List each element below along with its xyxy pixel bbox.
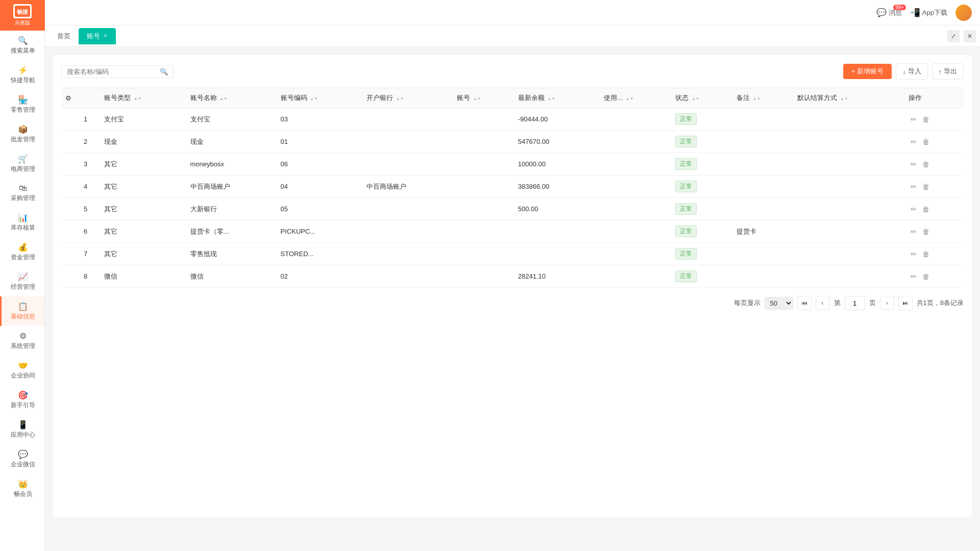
row-status: 正常 <box>671 198 732 220</box>
edit-button[interactable]: ✏ <box>909 182 919 192</box>
row-name: 微信 <box>186 265 277 288</box>
row-type: 其它 <box>100 220 186 243</box>
col-usage[interactable]: 使用... ▲▼ <box>600 88 671 108</box>
edit-button[interactable]: ✏ <box>909 159 919 169</box>
sidebar-item-ecommerce-mgmt[interactable]: 🛒 电商管理 <box>0 149 44 179</box>
sort-remark-icon[interactable]: ▲▼ <box>752 97 761 101</box>
row-remark <box>732 153 794 176</box>
row-num: 4 <box>80 176 100 198</box>
sort-code-icon[interactable]: ▲▼ <box>310 97 318 101</box>
sidebar-item-purchase-mgmt[interactable]: 🛍 采购管理 <box>0 179 44 208</box>
sidebar-item-enterprise-agreement[interactable]: 🤝 企业协同 <box>0 356 44 385</box>
delete-button[interactable]: 🗑 <box>920 159 932 169</box>
col-balance[interactable]: 最新余额 ▲▼ <box>514 88 600 108</box>
tab-maximize-button[interactable]: ⤢ <box>947 30 960 42</box>
status-badge: 正常 <box>675 270 697 282</box>
page-number-input[interactable] <box>845 296 865 310</box>
col-default-settle[interactable]: 默认结算方式 ▲▼ <box>793 88 904 108</box>
sort-type-icon[interactable]: ▲▼ <box>134 97 142 101</box>
sort-balance-icon[interactable]: ▲▼ <box>547 97 555 101</box>
row-account <box>453 131 514 153</box>
page-label: 第 <box>834 298 841 308</box>
col-bank[interactable]: 开户银行 ▲▼ <box>362 88 453 108</box>
prev-page-button[interactable]: ‹ <box>816 296 830 310</box>
tab-close-icon[interactable]: ✕ <box>103 33 108 39</box>
sidebar-item-retail-mgmt[interactable]: 🏪 零售管理 <box>0 90 44 119</box>
delete-button[interactable]: 🗑 <box>920 182 932 192</box>
sidebar-item-vip-member[interactable]: 👑 畅会员 <box>0 474 44 504</box>
delete-button[interactable]: 🗑 <box>920 249 932 259</box>
sidebar-item-basic-info[interactable]: 📋 基础信息 <box>0 296 44 326</box>
col-code[interactable]: 账号编码 ▲▼ <box>277 88 363 108</box>
next-page-button[interactable]: › <box>880 296 894 310</box>
sidebar-item-inventory[interactable]: 📊 库存核算 <box>0 208 44 237</box>
col-settings[interactable]: ⚙ <box>61 88 80 108</box>
sidebar-item-label: 采购管理 <box>11 194 35 203</box>
sidebar-item-enterprise-wechat[interactable]: 💬 企业微信 <box>0 444 44 474</box>
sidebar-item-finance-mgmt[interactable]: 💰 资金管理 <box>0 237 44 267</box>
sidebar-item-wholesale-mgmt[interactable]: 📦 批发管理 <box>0 119 44 149</box>
import-label: 导入 <box>908 67 921 76</box>
sort-settle-icon[interactable]: ▲▼ <box>840 97 848 101</box>
delete-button[interactable]: 🗑 <box>920 204 932 214</box>
delete-button[interactable]: 🗑 <box>920 227 932 237</box>
sort-account-icon[interactable]: ▲▼ <box>473 97 481 101</box>
tab-close-all-button[interactable]: ✕ <box>964 30 976 42</box>
per-page-label: 每页显示 <box>734 298 761 308</box>
row-bank <box>362 243 453 265</box>
search-box[interactable]: 🔍 <box>61 65 174 78</box>
sidebar-item-search-menu[interactable]: 🔍 搜索菜单 <box>0 31 44 60</box>
table-row: 2 现金 现金 01 547670.00 正常 ✏ 🗑 <box>61 131 964 153</box>
sidebar-item-operations-mgmt[interactable]: 📈 经营管理 <box>0 267 44 296</box>
add-account-button[interactable]: + 新增账号 <box>843 64 892 79</box>
sidebar-item-quick-nav[interactable]: ⚡ 快捷导航 <box>0 60 44 90</box>
row-gear <box>61 153 80 176</box>
avatar[interactable] <box>955 5 972 21</box>
delete-button[interactable]: 🗑 <box>920 137 932 147</box>
last-page-button[interactable]: ⏭ <box>898 296 913 310</box>
delete-button[interactable]: 🗑 <box>920 271 932 282</box>
tab-account[interactable]: 账号 ✕ <box>79 28 116 44</box>
row-name: 中百商场账户 <box>186 176 277 198</box>
row-type: 其它 <box>100 176 186 198</box>
sort-bank-icon[interactable]: ▲▼ <box>396 97 404 101</box>
edit-button[interactable]: ✏ <box>909 249 919 259</box>
row-account <box>453 176 514 198</box>
row-usage <box>600 131 671 153</box>
message-button[interactable]: 💬 消息 99+ <box>876 8 902 17</box>
first-page-button[interactable]: ⏮ <box>797 296 812 310</box>
sidebar-item-new-guide[interactable]: 🎯 新手引导 <box>0 385 44 415</box>
edit-button[interactable]: ✏ <box>909 204 919 214</box>
delete-button[interactable]: 🗑 <box>920 114 932 124</box>
sort-usage-icon[interactable]: ▲▼ <box>626 97 634 101</box>
search-icon[interactable]: 🔍 <box>160 68 168 76</box>
export-button[interactable]: ↑ 导出 <box>932 63 964 80</box>
tab-home[interactable]: 首页 <box>49 28 79 44</box>
col-remark[interactable]: 备注 ▲▼ <box>732 88 794 108</box>
sidebar-item-label: 新手引导 <box>11 401 35 410</box>
sort-status-icon[interactable]: ▲▼ <box>692 97 700 101</box>
col-type[interactable]: 账号类型 ▲▼ <box>100 88 186 108</box>
col-account[interactable]: 账号 ▲▼ <box>453 88 514 108</box>
edit-button[interactable]: ✏ <box>909 271 919 282</box>
logo-icon: 畅捷 <box>13 4 32 18</box>
per-page-select[interactable]: 50 20 100 <box>765 297 793 310</box>
search-menu-icon: 🔍 <box>18 36 28 45</box>
col-status[interactable]: 状态 ▲▼ <box>671 88 732 108</box>
sort-name-icon[interactable]: ▲▼ <box>219 97 228 101</box>
search-input[interactable] <box>67 68 157 76</box>
sidebar-item-app-center[interactable]: 📱 应用中心 <box>0 415 44 444</box>
edit-button[interactable]: ✏ <box>909 114 919 124</box>
row-type: 其它 <box>100 198 186 220</box>
edit-button[interactable]: ✏ <box>909 137 919 147</box>
col-name[interactable]: 账号名称 ▲▼ <box>186 88 277 108</box>
table-row: 7 其它 零售抵现 STORED... 正常 ✏ 🗑 <box>61 243 964 265</box>
sidebar-item-system-mgmt[interactable]: ⚙ 系统管理 <box>0 326 44 356</box>
edit-button[interactable]: ✏ <box>909 227 919 237</box>
col-code-label: 账号编码 <box>281 94 307 102</box>
row-code: PICKUPC... <box>277 220 363 243</box>
import-button[interactable]: ↓ 导入 <box>896 63 928 80</box>
col-type-label: 账号类型 <box>104 94 131 102</box>
app-download-button[interactable]: 📲 App下载 <box>910 8 947 17</box>
row-gear <box>61 265 80 288</box>
